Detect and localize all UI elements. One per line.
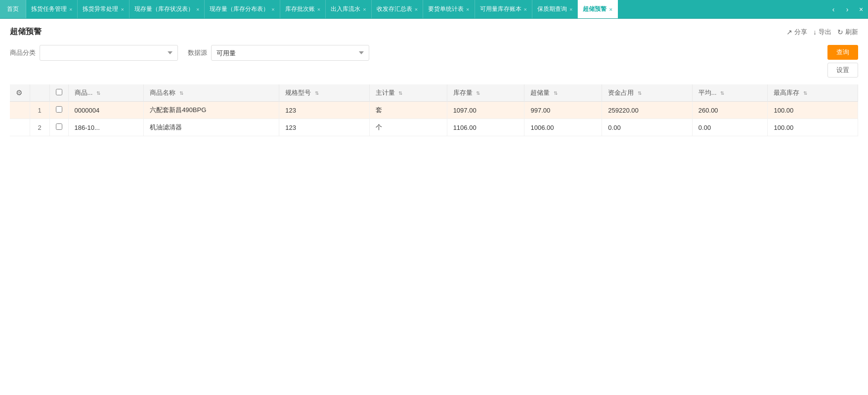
filter-buttons: 查询 设置: [827, 45, 858, 78]
data-table: ⚙ 商品... ⇅ 商品名称 ⇅ 规格型号 ⇅: [10, 84, 858, 136]
sort-max-stock-icon: ⇅: [803, 90, 807, 96]
row-spec: 123: [279, 119, 369, 136]
row-stock: 1106.00: [447, 119, 524, 136]
nav-arrows: ‹ › ×: [826, 0, 868, 19]
category-filter: 商品分类: [10, 45, 178, 61]
category-label: 商品分类: [10, 48, 36, 57]
row-product-name: 六配套新昌490BPG: [144, 102, 279, 119]
row-capital: 0.00: [602, 119, 692, 136]
close-tab-2-icon[interactable]: ×: [121, 6, 124, 12]
th-spec[interactable]: 规格型号 ⇅: [279, 84, 369, 102]
nav-arrow-close-button[interactable]: ×: [854, 0, 868, 19]
close-tab-5-icon[interactable]: ×: [317, 6, 320, 12]
tab-1[interactable]: 拣货任务管理 ×: [26, 0, 78, 19]
close-tab-10-icon[interactable]: ×: [569, 6, 572, 12]
tab-4[interactable]: 现存量（库存分布表） ×: [205, 0, 280, 19]
close-tab-9-icon[interactable]: ×: [524, 6, 527, 12]
page-title: 超储预警: [10, 27, 42, 37]
refresh-button[interactable]: ↻ 刷新: [837, 28, 858, 37]
sort-spec-icon: ⇅: [315, 90, 319, 96]
row-overflow: 1006.00: [524, 119, 602, 136]
nav-arrow-left-button[interactable]: ‹: [826, 0, 840, 19]
row-checkbox-cell[interactable]: [49, 119, 68, 136]
row-avg: 260.00: [692, 102, 768, 119]
row-product-code: 186-10...: [68, 119, 144, 136]
row-max-stock: 100.00: [768, 119, 858, 136]
close-tab-7-icon[interactable]: ×: [415, 6, 418, 12]
share-icon: ↗: [786, 28, 792, 36]
page-header: 超储预警 ↗ 分享 ↓ 导出 ↻ 刷新: [10, 27, 858, 37]
close-tab-8-icon[interactable]: ×: [466, 6, 469, 12]
row-checkbox[interactable]: [56, 123, 62, 130]
tab-9[interactable]: 可用量库存账本 ×: [475, 0, 532, 19]
tab-8[interactable]: 要货单统计表 ×: [423, 0, 475, 19]
nav-arrow-right-button[interactable]: ›: [840, 0, 854, 19]
page-content: 超储预警 ↗ 分享 ↓ 导出 ↻ 刷新 商品分类 数据源: [0, 19, 868, 395]
sort-capital-icon: ⇅: [638, 90, 642, 96]
row-stock: 1097.00: [447, 102, 524, 119]
row-settings-cell: [10, 102, 30, 119]
row-product-code: 0000004: [68, 102, 144, 119]
datasource-filter: 数据源 可用量 库存量: [188, 45, 369, 61]
row-spec: 123: [279, 102, 369, 119]
tab-2[interactable]: 拣货异常处理 ×: [78, 0, 129, 19]
close-tab-4-icon[interactable]: ×: [271, 6, 274, 12]
close-tab-11-icon[interactable]: ×: [609, 6, 612, 12]
select-all-checkbox[interactable]: [56, 89, 62, 95]
datasource-label: 数据源: [188, 48, 207, 57]
row-checkbox-cell[interactable]: [49, 102, 68, 119]
table-row: 2 186-10... 机油滤清器 123 个 1106.00 1006.00 …: [10, 119, 858, 136]
row-num-cell: 2: [30, 119, 49, 136]
th-stock[interactable]: 库存量 ⇅: [447, 84, 524, 102]
refresh-icon: ↻: [837, 28, 843, 36]
row-unit: 套: [369, 102, 447, 119]
sort-product-name-icon: ⇅: [179, 90, 183, 96]
top-navigation: 首页 拣货任务管理 × 拣货异常处理 × 现存量（库存状况表） × 现存量（库存…: [0, 0, 868, 19]
table-row: 1 0000004 六配套新昌490BPG 123 套 1097.00 997.…: [10, 102, 858, 119]
th-max-stock[interactable]: 最高库存 ⇅: [768, 84, 858, 102]
category-select[interactable]: [40, 45, 178, 61]
row-checkbox[interactable]: [56, 106, 62, 113]
th-unit[interactable]: 主计量 ⇅: [369, 84, 447, 102]
sort-stock-icon: ⇅: [476, 90, 480, 96]
sort-avg-icon: ⇅: [720, 90, 724, 96]
close-tab-3-icon[interactable]: ×: [196, 6, 199, 12]
nav-home[interactable]: 首页: [0, 0, 26, 19]
share-button[interactable]: ↗ 分享: [786, 28, 807, 37]
th-product-name[interactable]: 商品名称 ⇅: [144, 84, 279, 102]
close-tab-1-icon[interactable]: ×: [69, 6, 72, 12]
row-unit: 个: [369, 119, 447, 136]
settings-button[interactable]: 设置: [827, 63, 858, 78]
th-capital[interactable]: 资金占用 ⇅: [602, 84, 692, 102]
tab-6[interactable]: 出入库流水 ×: [326, 0, 371, 19]
sort-unit-icon: ⇅: [398, 90, 402, 96]
row-product-name: 机油滤清器: [144, 119, 279, 136]
th-settings: ⚙: [10, 84, 30, 102]
export-icon: ↓: [813, 28, 817, 36]
th-avg[interactable]: 平均... ⇅: [692, 84, 768, 102]
tab-3[interactable]: 现存量（库存状况表） ×: [130, 0, 205, 19]
th-product-code[interactable]: 商品... ⇅: [68, 84, 144, 102]
tab-10[interactable]: 保质期查询 ×: [532, 0, 578, 19]
row-settings-cell: [10, 119, 30, 136]
close-tab-6-icon[interactable]: ×: [363, 6, 366, 12]
tab-11[interactable]: 超储预警 ×: [578, 0, 617, 19]
tab-5[interactable]: 库存批次账 ×: [280, 0, 326, 19]
row-num-cell: 1: [30, 102, 49, 119]
tab-7[interactable]: 收发存汇总表 ×: [372, 0, 423, 19]
row-avg: 0.00: [692, 119, 768, 136]
table-header-row: ⚙ 商品... ⇅ 商品名称 ⇅ 规格型号 ⇅: [10, 84, 858, 102]
query-button[interactable]: 查询: [827, 45, 858, 60]
sort-product-code-icon: ⇅: [96, 90, 100, 96]
datasource-select[interactable]: 可用量 库存量: [211, 45, 369, 61]
header-actions: ↗ 分享 ↓ 导出 ↻ 刷新: [786, 28, 858, 37]
th-num: [30, 84, 49, 102]
row-max-stock: 100.00: [768, 102, 858, 119]
row-overflow: 997.00: [524, 102, 602, 119]
row-capital: 259220.00: [602, 102, 692, 119]
settings-gear-icon[interactable]: ⚙: [16, 88, 22, 97]
th-checkbox: [49, 84, 68, 102]
sort-overflow-icon: ⇅: [554, 90, 558, 96]
export-button[interactable]: ↓ 导出: [813, 28, 831, 37]
th-overflow[interactable]: 超储量 ⇅: [524, 84, 602, 102]
